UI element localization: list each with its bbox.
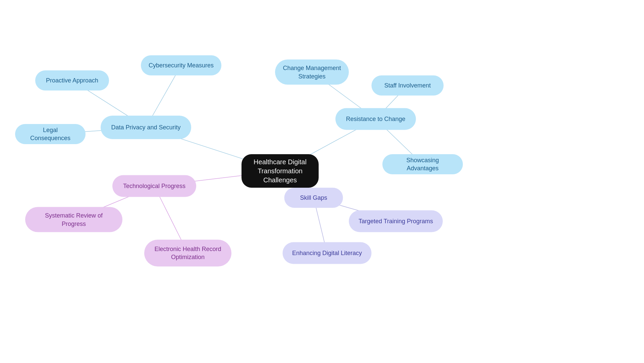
node-systematic: Systematic Review of Progress <box>25 207 122 232</box>
node-change-mgmt: Change Management Strategies <box>275 60 349 85</box>
node-showcasing: Showcasing Advantages <box>382 154 463 174</box>
connections-svg <box>0 0 644 363</box>
node-legal: Legal Consequences <box>15 124 86 144</box>
node-skill-gaps: Skill Gaps <box>284 188 343 208</box>
mindmap-container: Healthcare Digital Transformation Challe… <box>0 0 644 363</box>
node-training: Targeted Training Programs <box>349 210 443 232</box>
node-data-privacy: Data Privacy and Security <box>101 116 191 139</box>
center-node: Healthcare Digital Transformation Challe… <box>241 154 319 188</box>
node-ehr: Electronic Health Record Optimization <box>144 240 231 266</box>
node-staff-inv: Staff Involvement <box>372 75 444 96</box>
node-tech-progress: Technological Progress <box>112 175 196 197</box>
node-cybersecurity: Cybersecurity Measures <box>141 55 221 75</box>
node-resistance: Resistance to Change <box>335 108 416 130</box>
node-proactive: Proactive Approach <box>35 70 109 90</box>
node-digital-lit: Enhancing Digital Literacy <box>283 242 372 264</box>
